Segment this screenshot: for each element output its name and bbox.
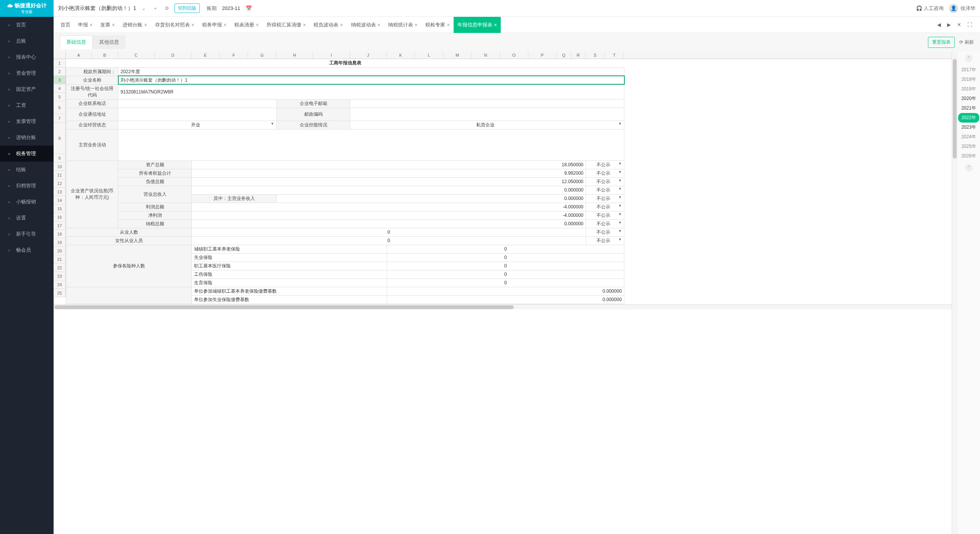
cell-value[interactable]: -4.000000 — [192, 203, 586, 211]
cell-value[interactable]: 0.000000 — [192, 219, 586, 228]
row-header-12[interactable]: 12 — [54, 179, 66, 188]
row-header-8[interactable]: 8 — [54, 123, 66, 154]
row-header-17[interactable]: 17 — [54, 221, 66, 230]
row-header-1[interactable]: 1 — [54, 59, 66, 67]
cell-company-name[interactable]: 刘小艳演示账套（勿删勿动！）1 — [118, 76, 624, 84]
tab-3[interactable]: 进销台账× — [119, 17, 151, 33]
row-header-7[interactable]: 7 — [54, 114, 66, 123]
close-icon[interactable]: × — [415, 22, 418, 28]
col-header-M[interactable]: M — [443, 51, 472, 59]
cell-value[interactable]: 0.000000 — [387, 287, 624, 295]
col-header-B[interactable]: B — [92, 51, 118, 59]
row-header-20[interactable]: 20 — [54, 247, 66, 255]
row-header-23[interactable]: 23 — [54, 272, 66, 280]
year-2021年[interactable]: 2021年 — [958, 103, 979, 113]
support-link[interactable]: 🎧 人工咨询 — [916, 5, 944, 12]
gear-icon[interactable]: ⚙ — [163, 4, 171, 13]
year-2020年[interactable]: 2020年 — [958, 94, 979, 103]
tab-2[interactable]: 发票× — [96, 17, 119, 33]
select-all-corner[interactable] — [54, 51, 66, 59]
close-icon[interactable]: × — [144, 22, 147, 28]
col-header-D[interactable]: D — [155, 51, 191, 59]
col-header-I[interactable]: I — [313, 51, 350, 59]
spreadsheet[interactable]: ABCDEFGHIJKLMNOPQRST 1234567891011121314… — [54, 51, 952, 534]
vertical-scrollbar[interactable] — [952, 51, 957, 534]
row-header-9[interactable]: 9 — [54, 154, 66, 162]
row-header-5[interactable]: 5 — [54, 93, 66, 101]
cell-value[interactable]: 0 — [387, 278, 624, 287]
tab-1[interactable]: 申报× — [74, 17, 96, 33]
cell-value[interactable] — [350, 99, 624, 108]
tab-9[interactable]: 纳税波动表× — [347, 17, 384, 33]
close-icon[interactable]: × — [447, 22, 450, 28]
year-2023年[interactable]: 2023年 — [958, 123, 979, 132]
col-header-S[interactable]: S — [586, 51, 605, 59]
period-value[interactable]: 2023-11 — [222, 5, 240, 11]
row-header-16[interactable]: 16 — [54, 213, 66, 221]
row-header-19[interactable]: 19 — [54, 238, 66, 247]
cell-value[interactable]: 18.050000 — [192, 161, 586, 169]
cell-value[interactable]: 91320811MA7NGR2W6R — [118, 84, 624, 99]
close-icon[interactable]: × — [191, 22, 194, 28]
year-up-icon[interactable]: ˄ — [965, 54, 973, 62]
sidebar-item-6[interactable]: ▫发票管理 — [0, 113, 54, 129]
sidebar-item-12[interactable]: ▫设置 — [0, 210, 54, 226]
publish-dropdown[interactable]: 不公示 — [586, 194, 624, 203]
tab-7[interactable]: 所得税汇算清缴× — [263, 17, 310, 33]
sidebar-item-2[interactable]: ▫报表中心 — [0, 49, 54, 65]
col-header-C[interactable]: C — [118, 51, 155, 59]
tab-11[interactable]: 税检专家× — [421, 17, 454, 33]
switch-old-version-button[interactable]: 切到旧版 — [175, 3, 200, 13]
tab-close-all-icon[interactable]: ✕ — [956, 20, 963, 29]
cell-value[interactable]: 12.050000 — [192, 177, 586, 186]
row-header-25[interactable]: 25 — [54, 289, 66, 297]
col-header-H[interactable]: H — [276, 51, 313, 59]
sidebar-item-0[interactable]: ▫首页 — [0, 17, 54, 33]
col-header-L[interactable]: L — [415, 51, 443, 59]
tab-0[interactable]: 首页 — [57, 17, 74, 33]
col-header-N[interactable]: N — [472, 51, 500, 59]
cell-value[interactable]: 0 — [192, 228, 586, 236]
cell-value[interactable]: 0.000000 — [277, 194, 586, 203]
cell-value[interactable]: 0 — [387, 262, 624, 270]
col-header-E[interactable]: E — [191, 51, 220, 59]
row-header-10[interactable]: 10 — [54, 162, 66, 171]
close-icon[interactable]: × — [224, 22, 227, 28]
publish-dropdown[interactable]: 不公示 — [586, 177, 624, 186]
cell-value[interactable] — [118, 108, 277, 121]
close-icon[interactable]: × — [112, 22, 115, 28]
close-icon[interactable]: × — [90, 22, 93, 28]
cell-value[interactable]: 2022年度 — [118, 67, 624, 76]
tab-10[interactable]: 纳税统计表× — [384, 17, 421, 33]
close-icon[interactable]: × — [256, 22, 259, 28]
cell-value[interactable]: 0.000000 — [387, 295, 624, 304]
row-header-14[interactable]: 14 — [54, 196, 66, 205]
sidebar-item-4[interactable]: ▫固定资产 — [0, 81, 54, 97]
col-header-G[interactable]: G — [248, 51, 276, 59]
add-icon[interactable]: ＋ — [151, 3, 159, 13]
tab-5[interactable]: 税务申报× — [198, 17, 230, 33]
cell-value[interactable]: 0 — [387, 270, 624, 278]
year-down-icon[interactable]: ˅ — [965, 164, 973, 172]
close-icon[interactable]: × — [377, 22, 381, 28]
tab-4[interactable]: 存货别名对照表× — [151, 17, 198, 33]
row-header-2[interactable]: 2 — [54, 67, 66, 76]
business-status-dropdown[interactable]: 开业 — [118, 121, 277, 129]
sub-tab-1[interactable]: 其他信息 — [93, 35, 126, 49]
row-header-6[interactable]: 6 — [54, 101, 66, 114]
sub-tab-0[interactable]: 基础信息 — [60, 35, 93, 49]
publish-dropdown[interactable]: 不公示 — [586, 169, 624, 177]
publish-dropdown[interactable]: 不公示 — [586, 211, 624, 219]
sidebar-item-10[interactable]: ▫归档管理 — [0, 178, 54, 194]
sidebar-item-11[interactable]: ▫小畅报销 — [0, 194, 54, 210]
cell-value[interactable]: 0 — [192, 236, 586, 245]
publish-dropdown[interactable]: 不公示 — [586, 228, 624, 236]
cell-value[interactable] — [118, 99, 277, 108]
row-header-15[interactable]: 15 — [54, 205, 66, 213]
tab-prev-icon[interactable]: ◀ — [936, 20, 942, 29]
row-header-21[interactable]: 21 — [54, 255, 66, 264]
sidebar-item-9[interactable]: ▫结账 — [0, 162, 54, 178]
row-header-11[interactable]: 11 — [54, 171, 66, 179]
sidebar-item-5[interactable]: ▫工资 — [0, 97, 54, 113]
close-icon[interactable]: × — [340, 22, 343, 28]
